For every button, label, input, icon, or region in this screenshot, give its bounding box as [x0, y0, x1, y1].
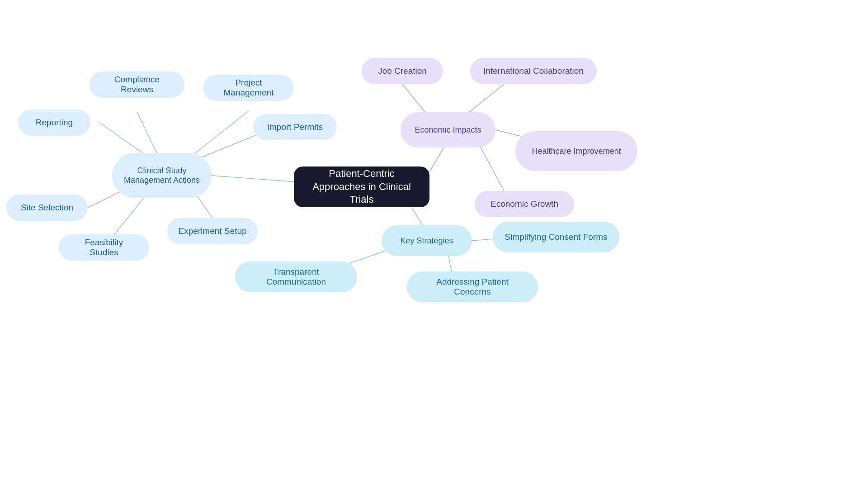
key-strategies-label: Key Strategies — [400, 236, 453, 246]
economic-growth-node[interactable]: Economic Growth — [475, 191, 574, 217]
international-collaboration-node[interactable]: International Collaboration — [470, 58, 597, 84]
project-management-label: Project Management — [214, 78, 283, 98]
csma-node[interactable]: Clinical Study Management Actions — [112, 153, 212, 198]
addressing-patient-concerns-node[interactable]: Addressing Patient Concerns — [407, 271, 538, 302]
reporting-label: Reporting — [36, 118, 73, 128]
international-collaboration-label: International Collaboration — [483, 66, 584, 76]
center-node[interactable]: Patient-Centric Approaches in Clinical T… — [294, 167, 429, 207]
svg-line-5 — [194, 111, 249, 154]
site-selection-label: Site Selection — [21, 203, 73, 213]
simplifying-consent-forms-label: Simplifying Consent Forms — [505, 232, 607, 242]
key-strategies-node[interactable]: Key Strategies — [382, 225, 472, 256]
site-selection-node[interactable]: Site Selection — [6, 195, 88, 221]
feasibility-label: Feasibility Studies — [70, 238, 138, 257]
project-management-node[interactable]: Project Management — [203, 75, 294, 101]
transparent-communication-node[interactable]: Transparent Communication — [235, 262, 357, 292]
feasibility-node[interactable]: Feasibility Studies — [59, 234, 149, 261]
compliance-label: Compliance Reviews — [100, 75, 174, 95]
reporting-node[interactable]: Reporting — [18, 109, 90, 136]
economic-growth-label: Economic Growth — [491, 199, 558, 209]
center-node-label: Patient-Centric Approaches in Clinical T… — [303, 167, 420, 206]
import-permits-label: Import Permits — [267, 122, 323, 132]
healthcare-improvement-node[interactable]: Healthcare Improvement — [515, 131, 637, 171]
csma-label: Clinical Study Management Actions — [123, 166, 201, 185]
economic-impacts-label: Economic Impacts — [415, 125, 481, 135]
experiment-setup-label: Experiment Setup — [178, 226, 246, 236]
compliance-node[interactable]: Compliance Reviews — [90, 71, 184, 98]
svg-line-12 — [479, 145, 504, 191]
simplifying-consent-forms-node[interactable]: Simplifying Consent Forms — [493, 222, 619, 252]
job-creation-node[interactable]: Job Creation — [362, 58, 443, 84]
healthcare-improvement-label: Healthcare Improvement — [532, 147, 621, 156]
transparent-communication-label: Transparent Communication — [246, 267, 346, 287]
import-permits-node[interactable]: Import Permits — [253, 114, 337, 140]
experiment-setup-node[interactable]: Experiment Setup — [167, 218, 258, 244]
job-creation-label: Job Creation — [378, 66, 427, 76]
addressing-patient-concerns-label: Addressing Patient Concerns — [418, 277, 527, 297]
economic-impacts-node[interactable]: Economic Impacts — [401, 112, 495, 147]
